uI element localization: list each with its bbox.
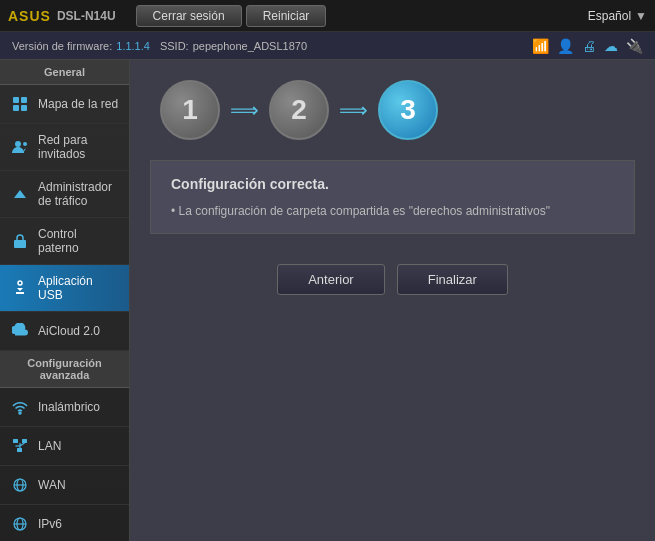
ssid-label: SSID: <box>160 40 189 52</box>
firmware-bar: Versión de firmware: 1.1.1.4 SSID: pepep… <box>0 32 655 60</box>
step-1-number: 1 <box>182 94 198 126</box>
svg-point-8 <box>19 412 21 414</box>
sidebar-item-wan[interactable]: WAN <box>0 466 129 505</box>
sidebar-item-control-paterno[interactable]: Control paterno <box>0 218 129 265</box>
sidebar-label-wan: WAN <box>38 478 66 492</box>
logo-area: ASUS DSL-N14U <box>8 8 116 24</box>
sidebar-item-lan[interactable]: LAN <box>0 427 129 466</box>
svg-point-5 <box>23 142 27 146</box>
traffic-icon <box>10 184 30 204</box>
sidebar-item-mapa-red[interactable]: Mapa de la red <box>0 85 129 124</box>
config-message: La configuración de carpeta compartida e… <box>171 204 614 218</box>
firmware-label: Versión de firmware: <box>12 40 112 52</box>
sidebar-item-aicloud[interactable]: AiCloud 2.0 <box>0 312 129 351</box>
user-icon: 👤 <box>557 38 574 54</box>
step-arrow-2: ⟹ <box>339 98 368 122</box>
sidebar-item-red-invitados[interactable]: Red para invitados <box>0 124 129 171</box>
logout-button[interactable]: Cerrar sesión <box>136 5 242 27</box>
sidebar-label-lan: LAN <box>38 439 61 453</box>
chevron-down-icon: ▼ <box>635 9 647 23</box>
language-label: Español <box>588 9 631 23</box>
sidebar-label-mapa-red: Mapa de la red <box>38 97 118 111</box>
usb-icon: 🔌 <box>626 38 643 54</box>
advanced-section-title: Configuración avanzada <box>0 351 129 388</box>
wizard-steps: 1 ⟹ 2 ⟹ 3 <box>130 60 655 160</box>
svg-rect-2 <box>13 105 19 111</box>
usb-app-icon <box>10 278 30 298</box>
lan-icon <box>10 436 30 456</box>
cloud-icon: ☁ <box>604 38 618 54</box>
language-selector: Español ▼ <box>588 9 647 23</box>
general-section-title: General <box>0 60 129 85</box>
svg-rect-3 <box>21 105 27 111</box>
svg-line-14 <box>20 443 25 446</box>
top-bar: ASUS DSL-N14U Cerrar sesión Reiniciar Es… <box>0 0 655 32</box>
map-icon <box>10 94 30 114</box>
svg-rect-9 <box>13 439 18 443</box>
model-name: DSL-N14U <box>57 9 116 23</box>
step-arrow-1: ⟹ <box>230 98 259 122</box>
svg-rect-6 <box>14 240 26 248</box>
step-1: 1 <box>160 80 220 140</box>
step-3: 3 <box>378 80 438 140</box>
top-buttons: Cerrar sesión Reiniciar <box>136 5 327 27</box>
finish-button[interactable]: Finalizar <box>397 264 508 295</box>
wan-icon <box>10 475 30 495</box>
wireless-icon <box>10 397 30 417</box>
guests-icon <box>10 137 30 157</box>
status-icons: 📶 👤 🖨 ☁ 🔌 <box>532 38 643 54</box>
firmware-version[interactable]: 1.1.1.4 <box>116 40 150 52</box>
restart-button[interactable]: Reiniciar <box>246 5 327 27</box>
main-layout: General Mapa de la red Red para invitado… <box>0 60 655 541</box>
svg-rect-0 <box>13 97 19 103</box>
svg-rect-1 <box>21 97 27 103</box>
sidebar-label-red-invitados: Red para invitados <box>38 133 119 161</box>
step-3-number: 3 <box>400 94 416 126</box>
sidebar-item-inalambrico[interactable]: Inalámbrico <box>0 388 129 427</box>
printer-icon: 🖨 <box>582 38 596 54</box>
content-area: 1 ⟹ 2 ⟹ 3 Configuración correcta. La con… <box>130 60 655 541</box>
sidebar: General Mapa de la red Red para invitado… <box>0 60 130 541</box>
sidebar-item-aplicacion-usb[interactable]: Aplicación USB <box>0 265 129 312</box>
previous-button[interactable]: Anterior <box>277 264 385 295</box>
svg-point-4 <box>15 141 21 147</box>
sidebar-item-admin-trafico[interactable]: Administrador de tráfico <box>0 171 129 218</box>
svg-rect-11 <box>22 439 27 443</box>
svg-rect-10 <box>17 448 22 452</box>
aicloud-icon <box>10 321 30 341</box>
sidebar-label-ipv6: IPv6 <box>38 517 62 531</box>
parental-icon <box>10 231 30 251</box>
ipv6-icon <box>10 514 30 534</box>
sidebar-label-aplicacion-usb: Aplicación USB <box>38 274 119 302</box>
sidebar-label-admin-trafico: Administrador de tráfico <box>38 180 119 208</box>
action-buttons: Anterior Finalizar <box>130 264 655 295</box>
sidebar-item-ipv6[interactable]: IPv6 <box>0 505 129 541</box>
svg-point-7 <box>18 281 22 285</box>
step-2-number: 2 <box>291 94 307 126</box>
sidebar-label-aicloud: AiCloud 2.0 <box>38 324 100 338</box>
ssid-value: pepephone_ADSL1870 <box>193 40 307 52</box>
step-2: 2 <box>269 80 329 140</box>
sidebar-label-control-paterno: Control paterno <box>38 227 119 255</box>
wifi-icon: 📶 <box>532 38 549 54</box>
sidebar-label-inalambrico: Inalámbrico <box>38 400 100 414</box>
asus-logo: ASUS <box>8 8 51 24</box>
config-title: Configuración correcta. <box>171 176 614 192</box>
config-result: Configuración correcta. La configuración… <box>150 160 635 234</box>
